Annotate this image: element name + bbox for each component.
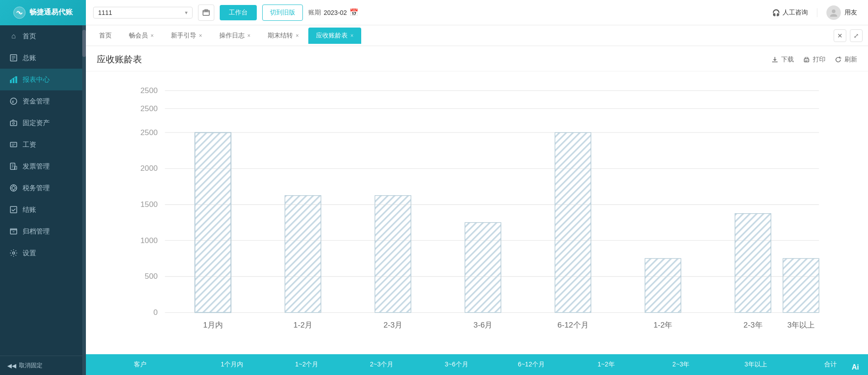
tab-log[interactable]: 操作日志 ×	[212, 28, 258, 44]
svg-rect-41	[195, 132, 231, 312]
switch-version-button[interactable]: 切到旧版	[262, 5, 303, 21]
page-content: 应收账龄表 下载	[86, 46, 868, 375]
th-customer: 客户	[86, 361, 194, 369]
refresh-button[interactable]: 刷新	[835, 56, 857, 64]
tax-icon	[9, 183, 18, 192]
workbench-button[interactable]: 工作台	[220, 5, 257, 20]
sidebar-item-archive[interactable]: 归档管理	[0, 220, 86, 242]
page-actions: 下载 打印	[771, 56, 857, 64]
nav-label-settlement: 结账	[23, 206, 36, 214]
nav-label-salary: 工资	[23, 141, 36, 149]
tab-actions: ✕ ⤢	[834, 29, 863, 42]
salary-icon	[9, 140, 18, 149]
main-layout: ⌂ 首页 总账 报表中心	[0, 25, 868, 375]
tab-label-aging: 应收账龄表	[316, 32, 348, 40]
svg-point-17	[12, 187, 15, 190]
page-header: 应收账龄表 下载	[86, 46, 868, 71]
home-icon: ⌂	[9, 32, 18, 41]
refresh-label: 刷新	[844, 56, 857, 64]
svg-text:2000: 2000	[141, 164, 158, 173]
svg-text:1-2月: 1-2月	[293, 320, 312, 329]
user-area[interactable]: 用友	[826, 5, 857, 20]
table-header: 客户 1个月内 1~2个月 2~3个月 3~6个月 6~12个月 1~2年 2~…	[86, 354, 868, 375]
company-name: 1111	[98, 9, 181, 16]
svg-rect-59	[735, 214, 771, 313]
sidebar-item-invoice[interactable]: 发票管理	[0, 155, 86, 177]
download-icon	[771, 56, 778, 63]
user-name: 用友	[844, 9, 857, 17]
invoice-icon	[9, 162, 18, 171]
th-2-3year: 2~3年	[643, 361, 718, 369]
nav-label-funds: 资金管理	[23, 97, 50, 106]
th-6-12month: 6~12个月	[494, 361, 569, 369]
svg-point-4	[832, 9, 835, 13]
period-value: 2023-02	[324, 9, 347, 16]
calendar-icon[interactable]: 📅	[349, 8, 359, 17]
tab-close-period-end[interactable]: ×	[296, 33, 299, 39]
sidebar-item-settlement[interactable]: 结账	[0, 199, 86, 220]
nav-label-archive: 归档管理	[23, 227, 50, 236]
nav-label-invoice: 发票管理	[23, 162, 50, 171]
tab-close-guide[interactable]: ×	[199, 33, 202, 39]
th-3-6month: 3~6个月	[419, 361, 494, 369]
period-label: 账期	[308, 9, 321, 17]
ledger-icon	[9, 53, 18, 62]
cancel-pin-button[interactable]: ◀◀ 取消固定	[0, 356, 86, 375]
chevron-down-icon: ▾	[185, 9, 188, 16]
tab-close-member[interactable]: ×	[151, 33, 154, 39]
tab-home[interactable]: 首页	[91, 28, 119, 44]
tab-guide[interactable]: 新手引导 ×	[163, 28, 210, 44]
tab-close-aging[interactable]: ×	[350, 33, 354, 39]
sidebar-item-settings[interactable]: 设置	[0, 242, 86, 264]
svg-rect-6	[10, 80, 12, 83]
user-avatar	[826, 5, 841, 20]
bar-chart: 0 500 1000 1500 2000 2500	[97, 79, 857, 342]
company-select[interactable]: 1111 ▾	[93, 7, 193, 19]
sidebar-item-salary[interactable]: 工资	[0, 134, 86, 155]
refresh-icon	[835, 56, 842, 63]
sidebar-item-ledger[interactable]: 总账	[0, 47, 86, 69]
ai-badge[interactable]: Ai	[843, 360, 868, 375]
tab-aging[interactable]: 应收账龄表 ×	[308, 28, 361, 44]
download-button[interactable]: 下载	[771, 56, 794, 64]
tab-close-log[interactable]: ×	[247, 33, 250, 39]
download-label: 下载	[781, 56, 794, 64]
svg-text:2500: 2500	[141, 86, 158, 95]
svg-text:2-3年: 2-3年	[744, 320, 763, 329]
sidebar-item-funds[interactable]: ¥ 资金管理	[0, 90, 86, 112]
tab-close-all-button[interactable]: ✕	[834, 29, 846, 42]
page-title: 应收账龄表	[97, 53, 142, 66]
top-bar: 畅捷通易代账 1111 ▾ 工作台 切到旧版 账期 2023-02 📅 🎧 人工…	[0, 0, 868, 25]
sidebar-item-reports[interactable]: 报表中心	[0, 69, 86, 90]
tab-member[interactable]: 畅会员 ×	[121, 28, 161, 44]
svg-text:1月内: 1月内	[203, 320, 223, 329]
tab-label-member: 畅会员	[129, 32, 148, 40]
nav-label-reports: 报表中心	[23, 75, 50, 84]
th-3year-plus: 3年以上	[718, 361, 793, 369]
divider	[817, 8, 817, 17]
print-label: 打印	[813, 56, 826, 64]
sidebar-item-assets[interactable]: 固定资产	[0, 112, 86, 134]
print-button[interactable]: 打印	[803, 56, 826, 64]
sidebar-item-tax[interactable]: 税务管理	[0, 177, 86, 199]
sidebar-item-home[interactable]: ⌂ 首页	[0, 25, 86, 47]
svg-text:¥: ¥	[11, 99, 14, 104]
pin-icon: ◀◀	[7, 362, 16, 369]
nav-label-settings: 设置	[23, 249, 36, 258]
reports-icon	[9, 75, 18, 84]
tab-period-end[interactable]: 期末结转 ×	[260, 28, 307, 44]
logo-icon	[13, 6, 26, 19]
svg-text:500: 500	[145, 272, 158, 281]
svg-rect-62	[783, 258, 819, 312]
tab-expand-button[interactable]: ⤢	[850, 29, 863, 42]
svg-rect-47	[375, 196, 411, 313]
archive-button[interactable]	[198, 5, 214, 21]
svg-rect-50	[465, 223, 501, 313]
svg-text:1500: 1500	[141, 200, 158, 209]
svg-text:3年以上: 3年以上	[787, 320, 815, 329]
th-1month: 1个月内	[194, 361, 269, 369]
consult-button[interactable]: 🎧 人工咨询	[772, 9, 808, 17]
chart-area: 0 500 1000 1500 2000 2500	[86, 71, 868, 354]
nav-label-ledger: 总账	[23, 54, 36, 62]
period-area: 账期 2023-02 📅	[308, 8, 359, 17]
